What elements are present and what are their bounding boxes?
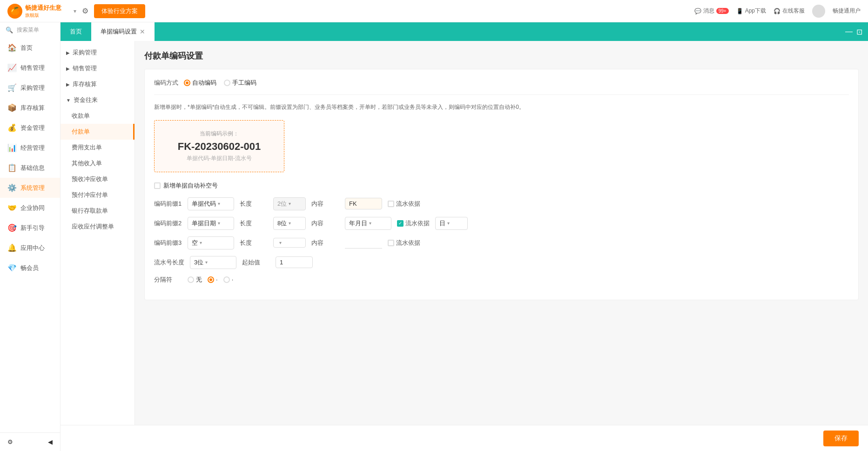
manual-encoding-label: 手工编码 [232, 79, 256, 87]
auto-fill-checkbox[interactable] [154, 182, 161, 189]
example-desc: 单据代码-单据日期-流水号 [168, 155, 270, 162]
left-nav-item-adjust[interactable]: 应收应付调整单 [61, 219, 135, 235]
prefix2-stream-label: 流水依据 [405, 219, 430, 228]
app-icon: 📱 [736, 8, 743, 14]
prefix2-content-label: 内容 [311, 219, 339, 228]
messages-control[interactable]: 💬 消息 99+ [694, 7, 729, 15]
prefix2-stream-unit-select[interactable]: 日 ▾ [435, 217, 468, 230]
sidebar-item-inventory[interactable]: 📦 库存核算 [0, 98, 60, 118]
tab-close-icon[interactable]: ✕ [140, 28, 145, 35]
start-value-input[interactable] [276, 256, 313, 268]
enterprise-icon: 🤝 [7, 203, 17, 212]
left-nav-purchase-label: 采购管理 [73, 48, 97, 57]
left-nav-group-purchase: ▶ 采购管理 [61, 45, 135, 61]
prefix3-length-select[interactable]: ▾ [273, 238, 306, 248]
sidebar-item-label-purchase: 采购管理 [20, 84, 45, 92]
prefix3-stream-checkbox[interactable]: 流水依据 [388, 239, 420, 247]
sidebar-item-label-inventory: 库存核算 [20, 104, 45, 112]
left-nav-item-expense[interactable]: 费用支出单 [61, 140, 135, 155]
tab-minimize-icon[interactable]: — [845, 27, 853, 36]
left-nav-expense-label: 费用支出单 [72, 144, 102, 151]
sidebar-item-guide[interactable]: 🎯 新手引导 [0, 218, 60, 238]
prefix1-content-input[interactable] [345, 198, 382, 209]
sidebar-item-sales[interactable]: 📈 销售管理 [0, 58, 60, 78]
header-left: 🍊 畅捷通好生意 旗舰版 ▾ ⚙ 体验行业方案 [7, 4, 145, 19]
app-download-control[interactable]: 📱 App下载 [736, 7, 766, 15]
separator-dot[interactable]: · [208, 276, 218, 283]
prefix1-select[interactable]: 单据代码 ▾ [188, 197, 234, 210]
auto-fill-label: 新增单据自动补空号 [163, 182, 218, 190]
user-avatar[interactable] [812, 5, 825, 18]
prefix2-length-select[interactable]: 8位 ▾ [273, 217, 306, 230]
main-page: 付款单编码设置 编码方式 自动编码 手工编码 [135, 41, 868, 425]
sidebar-search-label: 搜索菜单 [17, 26, 39, 34]
radio-manual-encoding[interactable]: 手工编码 [224, 79, 256, 87]
sidebar-item-basic-info[interactable]: 📋 基础信息 [0, 158, 60, 178]
member-icon: 💎 [7, 263, 17, 272]
left-nav-sales-title[interactable]: ▶ 销售管理 [61, 61, 135, 76]
collapse-icon[interactable]: ◀ [48, 438, 53, 445]
industry-button[interactable]: 体验行业方案 [94, 4, 145, 18]
prefix2-stream-checkbox-box: ✓ [397, 220, 404, 227]
left-nav-group-cashflow: ▼ 资金往来 收款单 付款单 费用支出单 其他收入单 [61, 92, 135, 235]
prefix2-select[interactable]: 单据日期 ▾ [188, 217, 234, 230]
prefix2-content-value: 年月日 [349, 219, 367, 228]
tab-home-label: 首页 [70, 27, 82, 36]
page-title: 付款单编码设置 [144, 50, 859, 61]
sidebar-item-purchase[interactable]: 🛒 采购管理 [0, 78, 60, 98]
sidebar-item-label-finance: 资金管理 [20, 124, 45, 132]
prefix3-select[interactable]: 空 ▾ [188, 236, 234, 249]
form-row-prefix1: 编码前缀1 单据代码 ▾ 长度 2位 ▾ 内容 [154, 197, 849, 210]
sep-none-label: 无 [196, 276, 202, 284]
tab-encoding-settings[interactable]: 单据编码设置 ✕ [91, 22, 155, 41]
bottom-toolbar: 保存 [61, 425, 868, 451]
sidebar-item-finance[interactable]: 💰 资金管理 [0, 118, 60, 138]
guide-icon: 🎯 [7, 223, 17, 232]
left-nav-item-receipt[interactable]: 收款单 [61, 108, 135, 124]
chevron-right-icon-3: ▶ [66, 82, 70, 87]
left-nav-other-income-label: 其他收入单 [72, 160, 102, 167]
left-nav-item-bank[interactable]: 银行存取款单 [61, 203, 135, 219]
left-nav-cashflow-title[interactable]: ▼ 资金往来 [61, 92, 135, 108]
separator-none[interactable]: 无 [188, 276, 202, 284]
left-nav-purchase-title[interactable]: ▶ 采购管理 [61, 45, 135, 61]
operations-icon: 📊 [7, 143, 17, 152]
settings-footer-icon[interactable]: ⚙ [7, 438, 13, 445]
sep-dot2-label: · [232, 276, 234, 283]
save-button[interactable]: 保存 [823, 431, 859, 446]
left-nav-item-payment[interactable]: 付款单 [61, 124, 135, 140]
sidebar-item-search[interactable]: 🔍 搜索菜单 [0, 22, 60, 38]
app-download-label: App下载 [745, 7, 766, 15]
info-text: 新增单据时，*单据编码*自动生成，不可编辑。前缀设置为部门、业务员等档案类，开单… [154, 102, 849, 113]
left-nav-item-pre-receivable[interactable]: 预收冲应收单 [61, 171, 135, 187]
encoding-method-row: 编码方式 自动编码 手工编码 [154, 79, 849, 95]
prefix2-content-select[interactable]: 年月日 ▾ [345, 217, 391, 230]
sidebar-item-member[interactable]: 💎 畅会员 [0, 258, 60, 278]
settings-button[interactable]: ⚙ [82, 7, 88, 15]
prefix1-caret: ▾ [218, 201, 220, 206]
prefix3-caret: ▾ [200, 240, 202, 245]
serial-length-caret: ▾ [205, 260, 208, 265]
tab-home[interactable]: 首页 [61, 22, 91, 41]
prefix3-length-label: 长度 [240, 239, 268, 247]
radio-manual-unchecked [224, 80, 230, 86]
separator-dot2[interactable]: · [223, 276, 234, 283]
settings-card: 编码方式 自动编码 手工编码 [144, 69, 859, 300]
prefix1-stream-checkbox[interactable]: 流水依据 [388, 200, 420, 208]
prefix2-stream-checkbox[interactable]: ✓ 流水依据 [397, 219, 430, 228]
left-nav-item-pre-payable[interactable]: 预付冲应付单 [61, 187, 135, 203]
serial-length-select[interactable]: 3位 ▾ [190, 256, 236, 269]
tab-maximize-icon[interactable]: ⊡ [856, 27, 862, 36]
online-service-control[interactable]: 🎧 在线客服 [774, 7, 805, 15]
sidebar-item-home[interactable]: 🏠 首页 [0, 38, 60, 58]
sidebar-item-app-center[interactable]: 🔔 应用中心 [0, 238, 60, 258]
sidebar-item-system[interactable]: ⚙️ 系统管理 [0, 178, 60, 198]
left-nav-inventory-title[interactable]: ▶ 库存核算 [61, 76, 135, 92]
sidebar-item-enterprise[interactable]: 🤝 企业协同 [0, 198, 60, 218]
left-nav-item-other-income[interactable]: 其他收入单 [61, 155, 135, 171]
example-code: FK-20230602-001 [168, 141, 270, 153]
sidebar-item-operations[interactable]: 📊 经营管理 [0, 138, 60, 158]
chevron-down-icon-cashflow: ▼ [66, 98, 71, 103]
radio-auto-encoding[interactable]: 自动编码 [184, 79, 216, 87]
header-dropdown[interactable]: ▾ [74, 8, 76, 14]
